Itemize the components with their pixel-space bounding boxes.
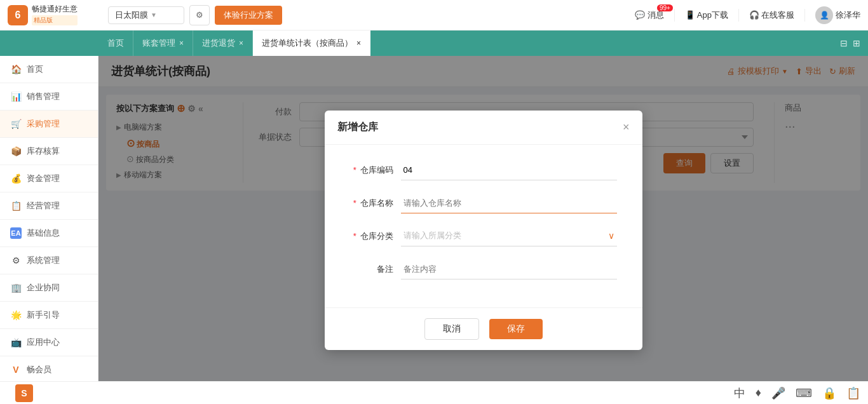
modal-close-button[interactable]: × (623, 121, 630, 134)
save-button[interactable]: 保存 (489, 319, 543, 339)
sidebar-sales-label: 销售管理 (27, 91, 60, 102)
sidebar-guide-label: 新手引导 (27, 309, 60, 321)
tabbar: 首页 账套管理 × 进货退货 × 进货单统计表（按商品） × ⊟ ⊞ (0, 30, 868, 56)
form-row-code: * 仓库编码 (350, 160, 617, 180)
message-icon: 💬 (635, 10, 645, 20)
bottom-diamond-icon[interactable]: ♦ (756, 386, 761, 400)
headphone-icon: 🎧 (749, 10, 759, 20)
bottom-clipboard-icon[interactable]: 📋 (846, 386, 860, 400)
notification-label: 消息 (648, 10, 664, 20)
tab-expand-icon[interactable]: ⊞ (853, 38, 860, 48)
tab-account-label: 账套管理 (142, 37, 175, 49)
divider3 (804, 9, 805, 22)
bottom-brand: S (8, 384, 33, 402)
content-area: 进货单统计(按商品) 🖨 按模板打印 ▼ ⬆ 导出 ↻ 刷新 (98, 56, 868, 404)
tab-purchase-return-close[interactable]: × (239, 39, 243, 48)
user-name: 徐泽华 (836, 10, 860, 21)
sidebar-item-home[interactable]: 🏠 首页 (0, 56, 98, 83)
enterprise-icon: 🏢 (10, 282, 22, 293)
note-input[interactable] (401, 259, 617, 279)
modal-header: 新增仓库 × (325, 111, 642, 145)
code-label: * 仓库编码 (350, 165, 401, 176)
sidebar-item-purchase[interactable]: 🛒 采购管理 (0, 111, 98, 138)
bottom-bar: S 中 ♦ 🎤 ⌨ 🔒 📋 (0, 381, 868, 404)
cancel-button[interactable]: 取消 (424, 318, 479, 340)
sidebar: 🏠 首页 📊 销售管理 🛒 采购管理 📦 库存核算 💰 资金管理 📋 经营管理 … (0, 56, 98, 404)
divider2 (738, 9, 739, 22)
guide-icon: 🌟 (10, 309, 22, 321)
tab-account-close[interactable]: × (179, 39, 184, 48)
store-selector[interactable]: 日太阳膜 ▼ (108, 6, 184, 24)
modal-footer: 取消 保存 (325, 307, 642, 350)
settings-button[interactable]: ⚙ (189, 5, 210, 25)
sidebar-item-system[interactable]: ⚙ 系统管理 (0, 247, 98, 274)
sidebar-member-label: 畅会员 (27, 364, 51, 375)
category-required: * (353, 231, 356, 241)
logo-area: 6 畅捷通好生意 精品版 (8, 4, 103, 26)
phone-icon: 📱 (685, 10, 695, 20)
topbar: 6 畅捷通好生意 精品版 日太阳膜 ▼ ⚙ 体验行业方案 💬 消息 99+ 📱 … (0, 0, 868, 30)
sidebar-item-sales[interactable]: 📊 销售管理 (0, 83, 98, 111)
logo-text: 畅捷通好生意 (32, 4, 78, 15)
bottom-lock-icon[interactable]: 🔒 (822, 386, 836, 400)
name-input[interactable] (401, 193, 617, 213)
trial-button[interactable]: 体验行业方案 (215, 6, 282, 25)
sidebar-home-label: 首页 (27, 64, 43, 75)
app-download-label: App下载 (697, 10, 728, 21)
sidebar-basic-info-label: 基础信息 (27, 227, 60, 239)
form-row-category: * 仓库分类 请输入所属分类 ∨ (350, 226, 617, 246)
user-area[interactable]: 👤 徐泽华 (815, 6, 860, 24)
sidebar-item-finance[interactable]: 💰 资金管理 (0, 165, 98, 192)
finance-icon: 💰 (10, 173, 22, 184)
avatar: 👤 (815, 6, 833, 24)
sidebar-item-member[interactable]: V 畅会员 (0, 356, 98, 384)
basic-info-icon: EA (10, 227, 22, 239)
sidebar-item-app-center[interactable]: 📺 应用中心 (0, 329, 98, 356)
modal-body: * 仓库编码 * 仓库名称 (325, 145, 642, 307)
category-label: * 仓库分类 (350, 231, 401, 242)
sidebar-item-enterprise[interactable]: 🏢 企业协同 (0, 274, 98, 302)
sidebar-item-basic-info[interactable]: EA 基础信息 (0, 220, 98, 247)
sidebar-item-business[interactable]: 📋 经营管理 (0, 192, 98, 220)
tab-minimize-icon[interactable]: ⊟ (840, 38, 848, 48)
logo-badge: 精品版 (32, 15, 78, 25)
tab-account[interactable]: 账套管理 × (133, 30, 193, 56)
tab-purchase-stats[interactable]: 进货单统计表（按商品） × (253, 30, 370, 56)
tab-purchase-stats-close[interactable]: × (356, 39, 361, 48)
sidebar-item-inventory[interactable]: 📦 库存核算 (0, 138, 98, 165)
category-dropdown-icon: ∨ (608, 231, 614, 241)
topbar-right: 💬 消息 99+ 📱 App下载 🎧 在线客服 👤 徐泽华 (635, 6, 860, 24)
code-input[interactable] (401, 160, 617, 180)
tab-purchase-return[interactable]: 进货退货 × (193, 30, 253, 56)
purchase-icon: 🛒 (10, 118, 22, 130)
modal-title: 新增仓库 (337, 121, 378, 134)
name-label: * 仓库名称 (350, 198, 401, 209)
app-download-link[interactable]: 📱 App下载 (685, 10, 728, 21)
note-label: 备注 (350, 264, 401, 275)
sidebar-business-label: 经营管理 (27, 200, 60, 212)
store-name: 日太阳膜 (115, 10, 148, 21)
bottom-mic-icon[interactable]: 🎤 (771, 386, 785, 400)
tab-purchase-stats-label: 进货单统计表（按商品） (262, 37, 353, 49)
app-center-icon: 📺 (10, 337, 22, 348)
name-required: * (353, 198, 356, 208)
online-service-label: 在线客服 (761, 10, 794, 21)
online-service-link[interactable]: 🎧 在线客服 (749, 10, 794, 21)
sales-icon: 📊 (10, 91, 22, 102)
sidebar-finance-label: 资金管理 (27, 173, 60, 184)
system-icon: ⚙ (10, 255, 22, 266)
category-placeholder: 请输入所属分类 (403, 230, 461, 241)
sidebar-inventory-label: 库存核算 (27, 145, 60, 157)
bottom-zh-icon[interactable]: 中 (734, 386, 745, 401)
sidebar-item-guide[interactable]: 🌟 新手引导 (0, 302, 98, 329)
bottom-keyboard-icon[interactable]: ⌨ (796, 386, 812, 400)
tab-home[interactable]: 首页 (98, 30, 133, 56)
business-icon: 📋 (10, 200, 22, 212)
tab-purchase-return-label: 进货退货 (202, 37, 235, 49)
category-select[interactable]: 请输入所属分类 ∨ (401, 226, 617, 246)
sidebar-enterprise-label: 企业协同 (27, 282, 60, 293)
form-row-name: * 仓库名称 (350, 193, 617, 213)
logo-icon: 6 (8, 5, 28, 25)
notification-area[interactable]: 💬 消息 99+ (635, 10, 664, 21)
tabbar-actions: ⊟ ⊞ (840, 38, 868, 48)
